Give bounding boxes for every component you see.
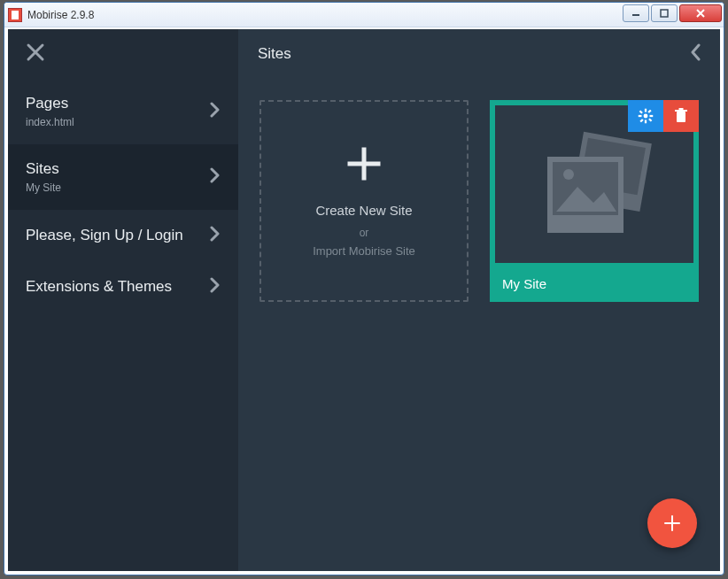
create-site-or: or bbox=[360, 227, 369, 239]
svg-rect-13 bbox=[679, 108, 684, 110]
svg-rect-12 bbox=[675, 110, 687, 112]
main-header: Sites bbox=[238, 29, 720, 79]
sidebar-item-label: Extensions & Themes bbox=[26, 278, 172, 296]
sidebar-item-sublabel: index.html bbox=[26, 116, 74, 128]
svg-rect-4 bbox=[645, 120, 647, 124]
app-icon bbox=[8, 8, 22, 22]
window-title: Mobirise 2.9.8 bbox=[27, 9, 94, 21]
app-window: Mobirise 2.9.8 Pages index.h bbox=[4, 2, 724, 575]
svg-rect-9 bbox=[647, 110, 651, 113]
sidebar-item-extensions[interactable]: Extensions & Themes bbox=[8, 261, 238, 313]
main-header-title: Sites bbox=[258, 45, 291, 63]
maximize-button[interactable] bbox=[651, 4, 678, 22]
trash-icon bbox=[674, 108, 688, 124]
chevron-right-icon bbox=[210, 167, 221, 187]
minimize-button[interactable] bbox=[623, 4, 649, 22]
chevron-left-icon bbox=[690, 43, 701, 61]
sidebar-item-label: Pages bbox=[26, 95, 74, 112]
sidebar-item-login[interactable]: Please, Sign Up / Login bbox=[8, 210, 238, 261]
sidebar-item-pages[interactable]: Pages index.html bbox=[8, 79, 238, 144]
svg-rect-8 bbox=[648, 118, 652, 121]
add-button[interactable] bbox=[647, 498, 697, 548]
plus-icon bbox=[662, 513, 682, 533]
svg-rect-1 bbox=[661, 10, 668, 17]
site-delete-button[interactable] bbox=[663, 100, 699, 132]
close-icon bbox=[26, 42, 45, 66]
sidebar-item-sublabel: My Site bbox=[26, 181, 61, 194]
sidebar: Pages index.html Sites My Site Pleas bbox=[8, 29, 238, 571]
site-card-actions bbox=[628, 100, 699, 132]
site-card[interactable]: My Site bbox=[490, 100, 699, 302]
close-panel-button[interactable] bbox=[8, 29, 238, 79]
gear-icon bbox=[638, 108, 654, 124]
chevron-right-icon bbox=[210, 226, 221, 245]
sidebar-item-label: Sites bbox=[26, 160, 61, 178]
chevron-right-icon bbox=[210, 102, 221, 121]
site-settings-button[interactable] bbox=[628, 100, 663, 132]
svg-rect-6 bbox=[650, 115, 654, 117]
svg-rect-10 bbox=[639, 119, 643, 122]
sidebar-item-sites[interactable]: Sites My Site bbox=[8, 144, 238, 210]
create-site-card[interactable]: Create New Site or Import Mobirise Site bbox=[259, 100, 469, 302]
svg-rect-11 bbox=[677, 112, 685, 122]
sidebar-item-label: Please, Sign Up / Login bbox=[26, 227, 183, 244]
titlebar: Mobirise 2.9.8 bbox=[4, 3, 724, 27]
app-body: Pages index.html Sites My Site Pleas bbox=[8, 29, 720, 571]
create-site-label: Create New Site bbox=[315, 203, 412, 218]
svg-rect-7 bbox=[639, 110, 643, 113]
svg-rect-3 bbox=[645, 109, 647, 112]
plus-icon bbox=[345, 144, 383, 187]
chevron-right-icon bbox=[210, 277, 221, 297]
svg-point-2 bbox=[644, 114, 648, 119]
svg-rect-5 bbox=[639, 115, 642, 117]
site-card-title: My Site bbox=[502, 276, 546, 291]
close-window-button[interactable] bbox=[679, 4, 722, 22]
window-buttons bbox=[621, 4, 722, 22]
svg-point-18 bbox=[563, 169, 574, 180]
import-site-label: Import Mobirise Site bbox=[313, 244, 415, 258]
main-panel: Sites Create New Site or Import Mobirise… bbox=[238, 29, 720, 571]
back-button[interactable] bbox=[690, 43, 701, 66]
sites-grid: Create New Site or Import Mobirise Site bbox=[238, 79, 720, 323]
photos-icon bbox=[528, 127, 661, 242]
